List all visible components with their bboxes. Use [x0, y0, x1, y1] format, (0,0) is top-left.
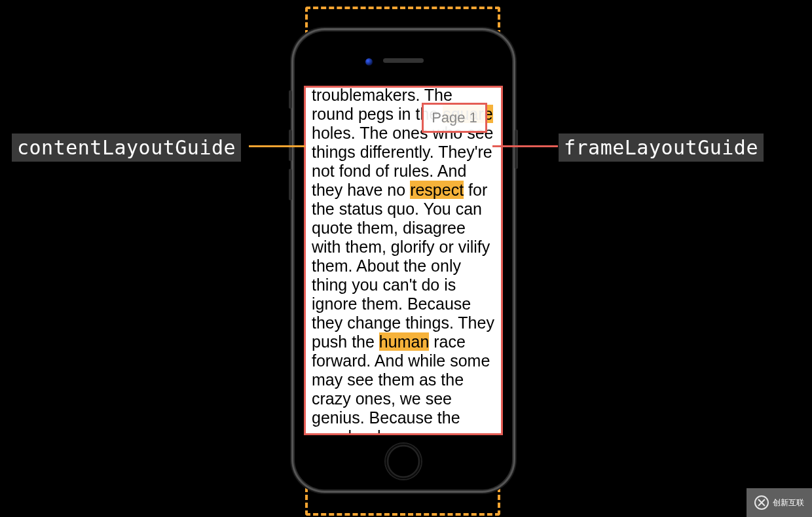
highlight-respect: respect	[410, 181, 464, 199]
highlight-human: human	[379, 332, 429, 351]
text-segment: for the status quo. You can quote them, …	[312, 181, 494, 351]
watermark-brand: 创新互联	[773, 499, 804, 507]
frame-layout-guide-label: frameLayoutGuide	[559, 134, 764, 162]
phone-mute-switch	[289, 90, 292, 109]
phone-screen: troublemakers. The round pegs in the squ…	[305, 87, 502, 434]
home-button-icon	[386, 444, 421, 479]
scrollview-body-text: troublemakers. The round pegs in the squ…	[312, 87, 498, 434]
front-camera-icon	[365, 58, 373, 65]
phone-volume-down	[289, 169, 292, 200]
frame-guide-connector-line	[492, 145, 558, 147]
page-indicator-callout: Page 1	[422, 103, 487, 133]
watermark: 创新互联	[747, 488, 812, 517]
watermark-logo-icon	[754, 495, 769, 510]
content-guide-connector-line	[249, 145, 305, 147]
phone-power-button	[515, 130, 518, 169]
content-layout-guide-label: contentLayoutGuide	[12, 134, 241, 162]
earpiece-speaker	[383, 58, 424, 63]
iphone-mockup: troublemakers. The round pegs in the squ…	[295, 31, 512, 490]
page-indicator-label: Page 1	[432, 109, 477, 126]
